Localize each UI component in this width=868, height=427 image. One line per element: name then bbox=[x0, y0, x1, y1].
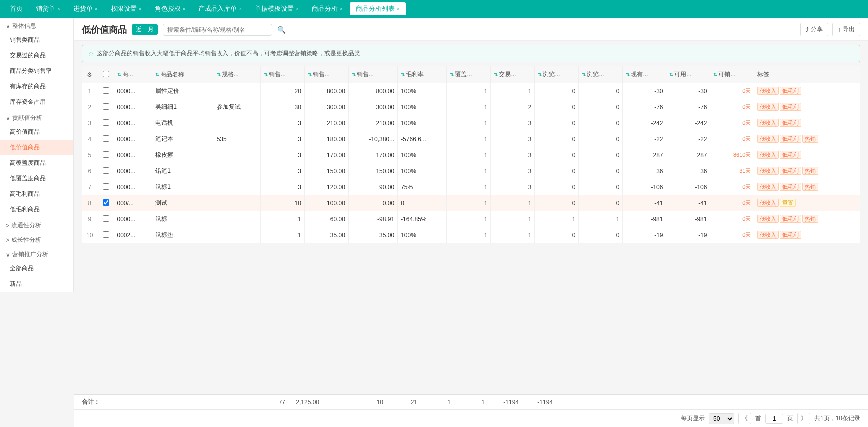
nav-product-analysis[interactable]: 商品分析 × bbox=[306, 2, 349, 15]
row-checkbox[interactable] bbox=[103, 183, 109, 190]
trade-column-header[interactable]: ⇅交易... bbox=[491, 66, 535, 83]
row-browse2: 0 bbox=[579, 83, 623, 99]
name-column-header[interactable]: ⇅商品名称 bbox=[152, 66, 214, 83]
sidebar-group-marketing[interactable]: ∨ 营销推广分析 bbox=[0, 246, 73, 261]
row-checkbox[interactable] bbox=[103, 167, 109, 174]
sale-amount-column-header[interactable]: ⇅销售... bbox=[348, 66, 397, 83]
first-page-button[interactable]: 《 bbox=[738, 413, 751, 424]
row-checkbox[interactable] bbox=[103, 87, 109, 94]
row-sale-qty: 10 bbox=[260, 195, 304, 211]
code-column-header[interactable]: ⇅商... bbox=[114, 66, 152, 83]
row-browse2: 0 bbox=[579, 115, 623, 131]
row-checkbox-cell bbox=[98, 163, 114, 179]
settings-column-header[interactable]: ⚙ bbox=[82, 66, 98, 83]
nav-product-analysis-list[interactable]: 商品分析列表 × bbox=[350, 2, 406, 15]
sidebar-item-low-coverage[interactable]: 低覆盖度商品 bbox=[0, 171, 73, 186]
saleable-column-header[interactable]: ⇅可销... bbox=[710, 66, 754, 83]
nav-product-inbound[interactable]: 产成品入库单 × bbox=[192, 2, 248, 15]
nav-sales-order[interactable]: 销货单 × bbox=[30, 2, 66, 15]
current-stock-column-header[interactable]: ⇅现有... bbox=[623, 66, 666, 83]
row-browse1: 0 bbox=[535, 163, 579, 179]
sale-qty-column-header[interactable]: ⇅销售... bbox=[260, 66, 304, 83]
tag-badge: 低毛利 bbox=[780, 167, 801, 175]
available-stock-column-header[interactable]: ⇅可用... bbox=[666, 66, 710, 83]
sidebar-item-high-margin[interactable]: 高毛利商品 bbox=[0, 186, 73, 202]
row-browse2: 0 bbox=[579, 227, 623, 243]
row-sale-price: 180.00 bbox=[304, 131, 348, 147]
page-title: 低价值商品 bbox=[82, 24, 127, 36]
page-size-select[interactable]: 50 100 bbox=[709, 413, 734, 424]
nav-home[interactable]: 首页 bbox=[4, 2, 29, 15]
close-icon[interactable]: × bbox=[239, 6, 242, 12]
coverage-column-header[interactable]: ⇅覆盖... bbox=[447, 66, 491, 83]
row-current-stock: -106 bbox=[623, 179, 666, 195]
row-checkbox[interactable] bbox=[103, 119, 109, 126]
row-tags: 低收入低毛利 bbox=[754, 227, 860, 243]
row-trade-count: 1 bbox=[491, 211, 535, 227]
row-checkbox[interactable] bbox=[103, 103, 109, 110]
share-button[interactable]: ⤴ 分享 bbox=[800, 23, 828, 36]
gross-margin-column-header[interactable]: ⇅毛利率 bbox=[398, 66, 447, 83]
sale-price-column-header[interactable]: ⇅销售... bbox=[304, 66, 348, 83]
row-checkbox[interactable] bbox=[103, 135, 109, 142]
search-input[interactable] bbox=[163, 24, 272, 36]
row-checkbox[interactable] bbox=[103, 215, 109, 222]
row-browse1: 0 bbox=[535, 115, 579, 131]
browse2-column-header[interactable]: ⇅浏览... bbox=[579, 66, 623, 83]
sidebar-item-new-products[interactable]: 新品 bbox=[0, 276, 73, 292]
export-button[interactable]: ↑ 导出 bbox=[832, 23, 860, 36]
sidebar-item-traded-products[interactable]: 交易过的商品 bbox=[0, 48, 73, 63]
current-page-input[interactable] bbox=[765, 414, 783, 424]
period-tag-button[interactable]: 近一月 bbox=[132, 24, 158, 35]
table-row: 30000...电话机3210.00210.00100%1300-242-242… bbox=[82, 115, 860, 131]
sidebar-group-liquidity[interactable]: > 流通性分析 bbox=[0, 217, 73, 232]
sidebar-group-growth[interactable]: > 成长性分析 bbox=[0, 232, 73, 246]
close-icon[interactable]: × bbox=[183, 6, 186, 12]
row-sale-price: 35.00 bbox=[304, 227, 348, 243]
nav-doc-template[interactable]: 单据模板设置 × bbox=[249, 2, 305, 15]
row-browse2: 0 bbox=[579, 163, 623, 179]
sidebar-item-category-sales-rate[interactable]: 商品分类销售率 bbox=[0, 63, 73, 79]
row-current-stock: -41 bbox=[623, 195, 666, 211]
sidebar-item-high-value[interactable]: 高价值商品 bbox=[0, 124, 73, 140]
summary-browse1: 1 bbox=[421, 399, 451, 406]
sidebar-item-all-products[interactable]: 全部商品 bbox=[0, 261, 73, 276]
close-icon[interactable]: × bbox=[397, 6, 400, 12]
row-checkbox[interactable] bbox=[103, 199, 109, 206]
row-checkbox[interactable] bbox=[103, 231, 109, 238]
row-checkbox-cell bbox=[98, 179, 114, 195]
row-browse1: 0 bbox=[535, 83, 579, 99]
search-icon[interactable]: 🔍 bbox=[277, 26, 286, 34]
row-checkbox[interactable] bbox=[103, 151, 109, 158]
row-browse1: 0 bbox=[535, 147, 579, 163]
select-all-checkbox[interactable] bbox=[103, 71, 109, 77]
sidebar-item-low-margin[interactable]: 低毛利商品 bbox=[0, 202, 73, 217]
nav-permission[interactable]: 权限设置 × bbox=[105, 2, 148, 15]
nav-role-auth[interactable]: 角色授权 × bbox=[149, 2, 192, 15]
sidebar-item-sales-products[interactable]: 销售类商品 bbox=[0, 32, 73, 48]
sidebar-item-inventory-capital[interactable]: 库存资金占用 bbox=[0, 94, 73, 110]
row-current-stock: -242 bbox=[623, 115, 666, 131]
close-icon[interactable]: × bbox=[296, 6, 299, 12]
row-coverage: 1 bbox=[447, 163, 491, 179]
row-checkbox-cell bbox=[98, 115, 114, 131]
browse1-column-header[interactable]: ⇅浏览... bbox=[535, 66, 579, 83]
close-icon[interactable]: × bbox=[340, 6, 343, 12]
sidebar-item-low-value[interactable]: 低价值商品 bbox=[0, 140, 73, 155]
sidebar-group-overall[interactable]: ∨ 整体信息 bbox=[0, 18, 73, 32]
row-code: 0000... bbox=[114, 99, 152, 115]
row-name: 橡皮擦 bbox=[152, 147, 214, 163]
spec-column-header[interactable]: ⇅规格... bbox=[214, 66, 260, 83]
tag-badge: 低毛利 bbox=[780, 151, 801, 159]
table-container: ⚙ ⇅商... ⇅商品名称 ⇅规格... ⇅销售... ⇅销售... ⇅销售..… bbox=[82, 66, 860, 394]
summary-trade: 21 bbox=[387, 399, 417, 406]
sidebar-group-contribution[interactable]: ∨ 贡献值分析 bbox=[0, 110, 73, 124]
nav-purchase-order[interactable]: 进货单 × bbox=[67, 2, 104, 15]
tag-badge: 低毛利 bbox=[780, 231, 801, 239]
sidebar-item-high-coverage[interactable]: 高覆盖度商品 bbox=[0, 155, 73, 171]
sidebar-item-stocked-products[interactable]: 有库存的商品 bbox=[0, 79, 73, 94]
close-icon[interactable]: × bbox=[57, 6, 60, 12]
last-page-button[interactable]: 》 bbox=[797, 413, 810, 424]
close-icon[interactable]: × bbox=[139, 6, 142, 12]
close-icon[interactable]: × bbox=[95, 6, 98, 12]
